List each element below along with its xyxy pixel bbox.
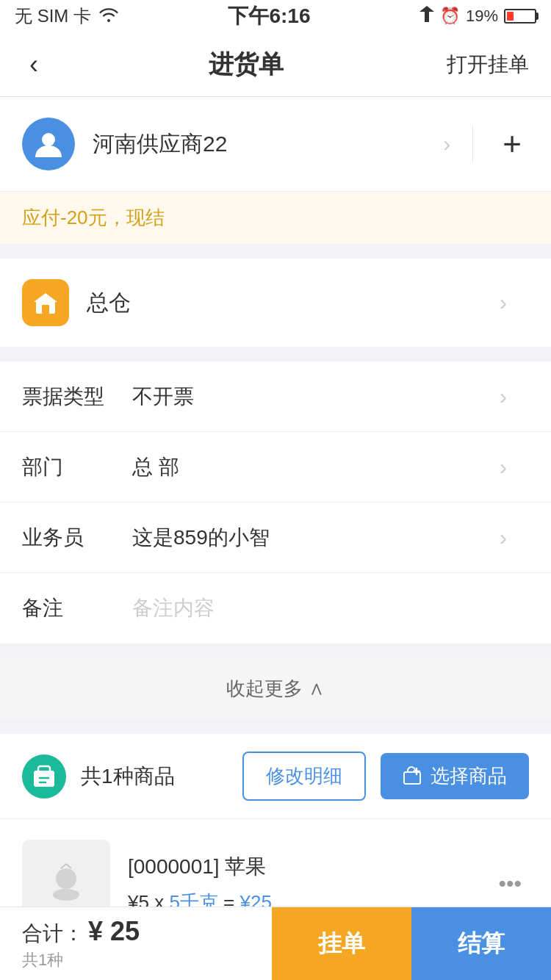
- product-info: [0000001] 苹果 ¥5 x 5千克 = ¥25: [128, 853, 491, 915]
- nav-bar: ‹ 进货单 打开挂单: [0, 32, 551, 97]
- carrier-text: 无 SIM 卡: [15, 4, 91, 28]
- remark-input[interactable]: 备注内容: [132, 594, 529, 622]
- total-label: 合计：: [22, 920, 84, 948]
- supplier-row[interactable]: 河南供应商22 › +: [0, 97, 551, 192]
- staff-row[interactable]: 业务员 这是859的小智 ›: [0, 502, 551, 573]
- total-section: 合计： ¥ 25 共1种: [0, 916, 272, 971]
- dept-value: 总 部: [132, 453, 500, 481]
- page-title: 进货单: [209, 48, 284, 82]
- product-icon: [22, 754, 66, 799]
- dept-chevron-icon: ›: [500, 455, 507, 480]
- svg-point-11: [56, 868, 76, 889]
- product-more-button[interactable]: •••: [491, 864, 529, 904]
- status-bar: 无 SIM 卡 下午6:16 ⏰ 19%: [0, 0, 551, 32]
- staff-chevron-icon: ›: [500, 525, 507, 550]
- svg-point-12: [53, 889, 79, 901]
- warehouse-icon: [22, 279, 69, 326]
- supplier-divider: [472, 126, 473, 162]
- invoice-row[interactable]: 票据类型 不开票 ›: [0, 361, 551, 432]
- remark-label: 备注: [22, 594, 110, 622]
- section-divider: [0, 719, 551, 734]
- invoice-chevron-icon: ›: [500, 384, 507, 409]
- supplier-notice: 应付-20元，现结: [0, 192, 551, 244]
- total-count: 共1种: [22, 949, 250, 971]
- status-time: 下午6:16: [228, 2, 310, 30]
- warehouse-row[interactable]: 总仓 ›: [0, 259, 551, 347]
- warehouse-name: 总仓: [87, 288, 500, 318]
- product-name: [0000001] 苹果: [128, 853, 491, 881]
- status-left: 无 SIM 卡: [15, 4, 119, 28]
- location-icon: [419, 6, 434, 26]
- add-supplier-button[interactable]: +: [495, 126, 529, 162]
- supplier-section: 河南供应商22 › + 应付-20元，现结: [0, 97, 551, 244]
- edit-detail-button[interactable]: 修改明细: [242, 752, 366, 801]
- svg-rect-8: [404, 772, 420, 784]
- dept-row[interactable]: 部门 总 部 ›: [0, 432, 551, 502]
- select-product-label: 选择商品: [431, 763, 507, 789]
- battery-percent: 19%: [466, 7, 498, 26]
- svg-line-14: [66, 864, 71, 868]
- staff-value: 这是859的小智: [132, 524, 500, 552]
- dept-label: 部门: [22, 453, 110, 481]
- select-product-button[interactable]: 选择商品: [381, 753, 529, 799]
- back-button[interactable]: ‹: [22, 42, 46, 87]
- warehouse-section: 总仓 ›: [0, 259, 551, 347]
- svg-marker-2: [34, 293, 57, 302]
- svg-point-0: [42, 133, 55, 146]
- battery-icon: [504, 9, 536, 24]
- status-right: ⏰ 19%: [419, 6, 536, 26]
- invoice-label: 票据类型: [22, 383, 110, 411]
- hang-button[interactable]: 挂单: [272, 907, 411, 981]
- invoice-value: 不开票: [132, 383, 500, 411]
- wifi-icon: [98, 6, 119, 26]
- bottom-bar: 合计： ¥ 25 共1种 挂单 结算: [0, 907, 551, 980]
- total-amount: ¥ 25: [88, 916, 140, 947]
- open-hang-button[interactable]: 打开挂单: [447, 51, 529, 79]
- product-header: 共1种商品 修改明细 选择商品: [0, 734, 551, 819]
- battery-fill: [507, 12, 514, 21]
- alarm-icon: ⏰: [440, 7, 460, 26]
- staff-label: 业务员: [22, 524, 110, 552]
- remark-row[interactable]: 备注 备注内容: [0, 573, 551, 644]
- warehouse-chevron-icon: ›: [500, 290, 507, 315]
- supplier-avatar: [22, 118, 75, 170]
- form-section: 票据类型 不开票 › 部门 总 部 › 业务员 这是859的小智 › 备注 备注…: [0, 361, 551, 644]
- supplier-name: 河南供应商22: [93, 129, 443, 159]
- svg-line-13: [61, 864, 66, 868]
- supplier-chevron-icon: ›: [443, 131, 450, 156]
- checkout-button[interactable]: 结算: [411, 907, 551, 981]
- collapse-button[interactable]: 收起更多 ∧: [0, 658, 551, 719]
- product-count-label: 共1种商品: [81, 763, 242, 790]
- content-area: 河南供应商22 › + 应付-20元，现结 总仓 › 票据类型 不开票 ›: [0, 97, 551, 980]
- svg-rect-3: [42, 305, 49, 314]
